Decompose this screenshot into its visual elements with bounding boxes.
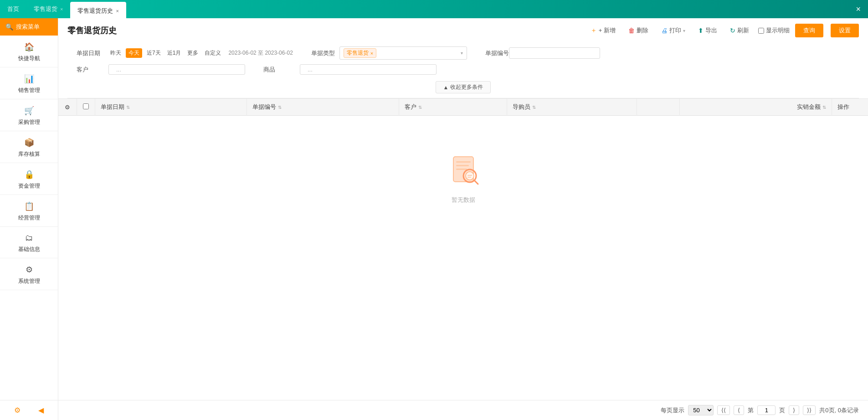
pagination-bar: 每页显示 20 50 100 ⟨⟨ ⟨ 第 页 ⟩ ⟩⟩ 共0页, 0条记录: [58, 400, 868, 420]
sidebar-collapse-icon[interactable]: ◀: [38, 406, 44, 415]
delete-button[interactable]: 🗑 删除: [625, 25, 652, 36]
sidebar-item-operation-label: 经营管理: [18, 214, 40, 222]
show-detail-checkbox[interactable]: [758, 28, 764, 34]
th-date[interactable]: 单据日期 ⇅: [95, 99, 247, 116]
date-btn-group: 昨天 今天 近7天 近1月 更多 自定义 2023-06-02 至 2023-0…: [108, 48, 293, 58]
home-icon: 🏠: [24, 42, 34, 52]
new-icon: ＋: [591, 26, 597, 35]
delete-icon: 🗑: [628, 27, 635, 34]
refresh-button[interactable]: ↻ 刷新: [726, 25, 753, 36]
th-amount-label: 实销金额: [797, 103, 821, 111]
print-icon: 🖨: [661, 27, 668, 34]
th-settings[interactable]: ⚙: [58, 99, 77, 116]
first-page-button[interactable]: ⟨⟨: [717, 405, 730, 415]
collapse-label: 收起更多条件: [450, 83, 483, 91]
sidebar-item-quick-nav-label: 快捷导航: [18, 55, 40, 62]
export-label: 导出: [705, 26, 717, 35]
tab-retail-return-close[interactable]: ×: [60, 6, 63, 12]
new-button[interactable]: ＋ + 新增: [587, 25, 619, 36]
print-button[interactable]: 🖨 打印 ▾: [657, 25, 689, 36]
sidebar-item-system-label: 系统管理: [18, 277, 40, 285]
export-icon: ⬆: [698, 27, 704, 34]
voucher-type-input[interactable]: 零售退货 × ▾: [339, 46, 467, 60]
next-page-button[interactable]: ⟩: [789, 405, 799, 415]
sidebar-item-sales[interactable]: 📊 销售管理: [0, 67, 58, 99]
sidebar-item-inventory[interactable]: 📦 库存核算: [0, 131, 58, 163]
sidebar-item-basic-info[interactable]: 🗂 基础信息: [0, 227, 58, 258]
tab-retail-return-label: 零售退货: [34, 5, 57, 13]
page-title-row: 零售退货历史 ＋ + 新增 🗑 删除 🖨 打印 ▾: [67, 24, 859, 42]
th-guide[interactable]: 导购员 ⇅: [507, 99, 637, 116]
goods-input[interactable]: ...: [300, 64, 437, 75]
date-btn-custom[interactable]: 自定义: [203, 48, 223, 58]
tab-home-label: 首页: [7, 5, 19, 13]
voucher-type-tag-close[interactable]: ×: [370, 51, 373, 56]
no-sort-icon: ⇅: [278, 105, 282, 110]
new-label: + 新增: [599, 26, 616, 35]
delete-label: 删除: [637, 26, 648, 35]
show-detail-toggle[interactable]: 显示明细: [758, 26, 790, 35]
table-header: ⚙ 单据日期 ⇅ 单据编号: [58, 99, 868, 116]
th-checkbox[interactable]: [77, 99, 95, 116]
date-btn-1month[interactable]: 近1月: [165, 48, 183, 58]
sidebar-search[interactable]: 🔍 搜索菜单: [0, 18, 58, 36]
page-number-input[interactable]: [757, 405, 776, 415]
th-date-label: 单据日期: [101, 103, 124, 111]
export-button[interactable]: ⬆ 导出: [694, 25, 721, 36]
filter-row-1: 单据日期 昨天 今天 近7天 近1月 更多 自定义 2023-06-02 至 2…: [77, 46, 850, 60]
th-amount[interactable]: 实销金额 ⇅: [679, 99, 832, 116]
sidebar: 🔍 搜索菜单 🏠 快捷导航 📊 销售管理 🛒 采购管理 📦 库存核算 🔒 资金管…: [0, 18, 58, 420]
date-btn-7days[interactable]: 近7天: [145, 48, 163, 58]
sidebar-item-operation[interactable]: 📋 经营管理: [0, 195, 58, 227]
basic-info-icon: 🗂: [25, 233, 33, 243]
top-bar-close-icon[interactable]: ×: [856, 5, 861, 14]
toolbar: ＋ + 新增 🗑 删除 🖨 打印 ▾ ⬆ 导出: [587, 24, 859, 37]
tab-retail-return-history-close[interactable]: ×: [116, 8, 118, 14]
date-btn-yesterday[interactable]: 昨天: [108, 48, 123, 58]
voucher-type-dropdown-icon[interactable]: ▾: [461, 51, 463, 56]
collapse-button[interactable]: ▲ 收起更多条件: [436, 81, 491, 93]
prev-page-button[interactable]: ⟨: [734, 405, 744, 415]
setting-button[interactable]: 设置: [831, 24, 859, 37]
select-all-checkbox[interactable]: [83, 103, 89, 109]
purchase-icon: 🛒: [24, 106, 34, 116]
th-customer-label: 客户: [405, 103, 416, 111]
tab-retail-return-history[interactable]: 零售退货历史 ×: [70, 2, 126, 20]
show-detail-label: 显示明细: [766, 26, 790, 35]
sidebar-item-quick-nav[interactable]: 🏠 快捷导航: [0, 36, 58, 67]
sales-icon: 📊: [24, 74, 34, 84]
sidebar-item-system[interactable]: ⚙ 系统管理: [0, 258, 58, 290]
empty-state: 暂无数据: [58, 116, 868, 241]
tab-home[interactable]: 首页: [0, 0, 26, 18]
page-total-text: 共0页, 0条记录: [819, 406, 859, 415]
th-customer[interactable]: 客户 ⇅: [399, 99, 507, 116]
sidebar-item-purchase[interactable]: 🛒 采购管理: [0, 99, 58, 131]
customer-label: 客户: [77, 66, 108, 74]
sidebar-item-finance[interactable]: 🔒 资金管理: [0, 163, 58, 195]
guide-sort-icon: ⇅: [532, 105, 536, 110]
date-btn-more[interactable]: 更多: [185, 48, 200, 58]
voucher-no-input[interactable]: [509, 47, 600, 59]
voucher-no-label: 单据编号: [485, 49, 509, 57]
search-icon: 🔍: [5, 23, 13, 31]
th-no[interactable]: 单据编号 ⇅: [247, 99, 399, 116]
tab-retail-return[interactable]: 零售退货 ×: [26, 0, 70, 18]
customer-ellipsis: ...: [116, 66, 121, 73]
svg-rect-7: [467, 175, 472, 176]
query-button[interactable]: 查询: [795, 24, 823, 37]
page-label-first: 第: [748, 406, 754, 415]
sidebar-bottom: ⚙ ◀: [0, 400, 58, 420]
last-page-button[interactable]: ⟩⟩: [803, 405, 816, 415]
collapse-icon: ▲: [443, 84, 449, 91]
date-sort-icon: ⇅: [126, 105, 130, 110]
customer-input[interactable]: ...: [108, 64, 245, 75]
tab-retail-return-history-label: 零售退货历史: [77, 7, 113, 15]
sidebar-settings-icon[interactable]: ⚙: [14, 406, 21, 415]
page-size-select[interactable]: 20 50 100: [688, 405, 714, 415]
svg-rect-3: [456, 169, 467, 170]
svg-line-6: [474, 180, 478, 184]
date-btn-today[interactable]: 今天: [126, 48, 142, 58]
svg-rect-8: [467, 177, 471, 178]
amount-sort-icon: ⇅: [822, 105, 826, 110]
voucher-type-tag: 零售退货 ×: [344, 48, 376, 58]
